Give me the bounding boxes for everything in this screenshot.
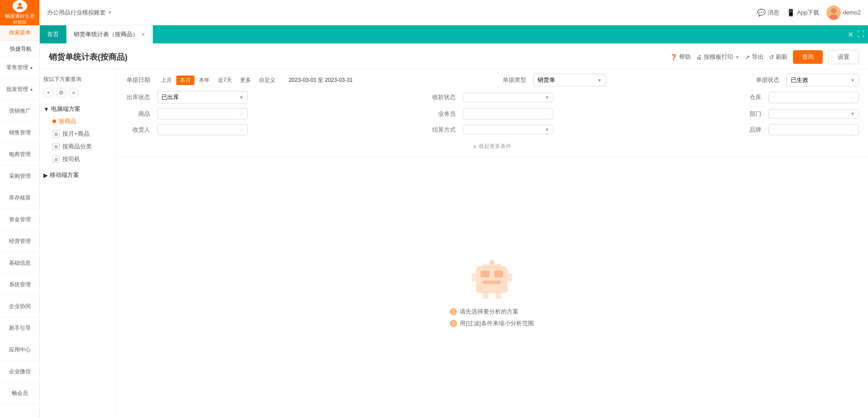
brand-input[interactable]: ··· bbox=[769, 124, 859, 135]
query-btn[interactable]: 查询 bbox=[793, 50, 823, 64]
empty-tips: 1 请先选择要分析的方案 2 用[过滤]条件来缩小分析范围 bbox=[450, 308, 533, 328]
help-label: 帮助 bbox=[679, 53, 691, 61]
enterprise-label: 企业协同 bbox=[9, 303, 31, 310]
help-icon: ❓ bbox=[670, 54, 677, 61]
date-pill-this-month[interactable]: 本月 bbox=[176, 76, 194, 85]
scheme-item-by-month-product[interactable]: ▦ 按月+商品 bbox=[43, 128, 112, 140]
wechat-label: 企业微信 bbox=[9, 368, 31, 375]
scheme-item-by-category[interactable]: ▦ 按商品分类 bbox=[43, 140, 112, 153]
svg-rect-4 bbox=[481, 271, 490, 277]
wholesale-label: 批发管理 bbox=[6, 86, 28, 93]
warehouse-label: 仓库 bbox=[736, 93, 761, 101]
stock-status-label: 出库状态 bbox=[125, 93, 150, 101]
sidebar-item-enterprise[interactable]: 企业协同 bbox=[0, 296, 39, 318]
sidebar: 畅捷通好生意 标账版 搜索菜单 快捷导航 零售管理 ▲ 批发管理 ▲ 营销推广 … bbox=[0, 0, 40, 418]
settings-btn[interactable]: 设置 bbox=[828, 50, 859, 64]
page-header: 销货单统计表(按商品) ❓ 帮助 🖨 按模板打印 ▼ ↗ 导出 bbox=[40, 43, 868, 69]
salesperson-input[interactable]: ··· bbox=[463, 108, 553, 119]
date-pills: 上月 本月 本年 近7天 更多 自定义 bbox=[157, 76, 279, 85]
date-pill-more[interactable]: 更多 bbox=[236, 76, 255, 85]
scheme-item-by-category-label: 按商品分类 bbox=[62, 142, 92, 151]
doc-type-select[interactable]: 销货单 ▼ bbox=[533, 74, 606, 86]
search-menu[interactable]: 搜索菜单 bbox=[0, 25, 39, 41]
desktop-section-label: 电脑端方案 bbox=[51, 105, 80, 113]
scheme-add-btn[interactable]: + bbox=[43, 88, 53, 98]
export-btn[interactable]: ↗ 导出 bbox=[745, 53, 764, 61]
add-icon: + bbox=[47, 90, 50, 96]
svg-rect-3 bbox=[476, 266, 508, 293]
sidebar-item-ecommerce[interactable]: 电商管理 bbox=[0, 144, 39, 166]
scheme-mobile-title[interactable]: ▶ 移动端方案 bbox=[43, 169, 112, 181]
industry-selector[interactable]: 办公用品行业模拟账套 ▼ bbox=[47, 9, 112, 17]
refresh-btn[interactable]: ↺ 刷新 bbox=[769, 53, 788, 61]
sidebar-item-member[interactable]: 畅会员 bbox=[0, 383, 39, 404]
receiver-dots-icon: ··· bbox=[239, 126, 244, 133]
system-label: 系统管理 bbox=[9, 281, 31, 289]
filter-row-4: 收货人 ··· 结算方式 ▼ bbox=[125, 124, 859, 135]
product-input[interactable]: ··· bbox=[157, 108, 248, 119]
sidebar-item-purchase[interactable]: 采购管理 bbox=[0, 166, 39, 187]
tab-close-icon[interactable]: ✕ bbox=[141, 32, 145, 38]
refresh-label: 刷新 bbox=[776, 53, 788, 61]
app-logo[interactable]: 畅捷通好生意 标账版 bbox=[0, 0, 39, 25]
sidebar-item-retail[interactable]: 零售管理 ▲ bbox=[0, 57, 39, 79]
sidebar-item-marketing[interactable]: 营销推广 bbox=[0, 100, 39, 122]
tip-1-num: 1 bbox=[450, 308, 457, 315]
sidebar-item-basic[interactable]: 基础信息 bbox=[0, 252, 39, 274]
grid-icon: ▦ bbox=[52, 130, 60, 138]
message-btn[interactable]: 💬 消息 bbox=[757, 9, 779, 17]
date-pill-custom[interactable]: 自定义 bbox=[255, 76, 279, 85]
sidebar-item-operation[interactable]: 经营管理 bbox=[0, 231, 39, 252]
receiver-input[interactable]: ··· bbox=[157, 124, 248, 135]
wholesale-arrow: ▲ bbox=[30, 87, 33, 91]
tab-expand-btn[interactable]: ⛶ bbox=[857, 30, 864, 38]
scheme-item-by-product-label: 按商品 bbox=[59, 117, 76, 125]
sidebar-item-sales[interactable]: 销售管理 bbox=[0, 122, 39, 144]
sidebar-item-system[interactable]: 系统管理 bbox=[0, 274, 39, 296]
scheme-mobile-section: ▶ 移动端方案 bbox=[40, 167, 115, 183]
date-pill-last-7days[interactable]: 近7天 bbox=[214, 76, 236, 85]
warehouse-input[interactable]: ··· bbox=[769, 92, 859, 103]
main-area: 办公用品行业模拟账套 ▼ 💬 消息 📱 App下载 demo2 首页 bbox=[40, 0, 868, 418]
payment-status-select[interactable]: ▼ bbox=[463, 93, 553, 102]
help-btn[interactable]: ❓ 帮助 bbox=[670, 53, 691, 61]
username: demo2 bbox=[843, 9, 861, 16]
doc-status-select[interactable]: 已生效 ▼ bbox=[787, 74, 859, 86]
scheme-toolbar: + ⚙ « bbox=[40, 86, 115, 101]
refresh-icon: ↺ bbox=[769, 54, 774, 61]
payment-method-select[interactable]: ▼ bbox=[463, 125, 553, 134]
scheme-item-by-product[interactable]: 按商品 bbox=[43, 115, 112, 128]
dept-label: 部门 bbox=[736, 110, 761, 118]
quick-nav[interactable]: 快捷导航 bbox=[0, 41, 39, 57]
tab-home[interactable]: 首页 bbox=[40, 25, 66, 43]
scheme-item-by-driver[interactable]: ▦ 按司机 bbox=[43, 153, 112, 166]
sidebar-item-inventory[interactable]: 库存核算 bbox=[0, 187, 39, 209]
sidebar-item-wechat[interactable]: 企业微信 bbox=[0, 361, 39, 383]
member-label: 畅会员 bbox=[12, 390, 28, 397]
tip-2: 2 用[过滤]条件来缩小分析范围 bbox=[450, 319, 533, 328]
dept-select[interactable]: ▼ bbox=[769, 109, 859, 119]
date-pill-last-month[interactable]: 上月 bbox=[157, 76, 175, 85]
print-btn[interactable]: 🖨 按模板打印 ▼ bbox=[696, 53, 740, 61]
tab-sales-stat[interactable]: 销货单统计表（按商品） ✕ bbox=[66, 25, 153, 43]
main-content: 单据日期 上月 本月 本年 近7天 更多 自定义 2023-03-01 至 20… bbox=[116, 69, 868, 418]
scheme-desktop-title[interactable]: ▼ 电脑端方案 bbox=[43, 103, 112, 115]
sidebar-item-wholesale[interactable]: 批发管理 ▲ bbox=[0, 79, 39, 100]
export-label: 导出 bbox=[752, 53, 764, 61]
collapse-bar[interactable]: ∧ 收起更多条件 bbox=[125, 140, 859, 152]
stock-status-select[interactable]: 已出库 ▼ bbox=[157, 91, 248, 104]
app-download-btn[interactable]: 📱 App下载 bbox=[787, 9, 819, 17]
sidebar-item-newbie[interactable]: 新手引导 bbox=[0, 318, 39, 339]
doc-type-label: 单据类型 bbox=[501, 76, 526, 84]
user-avatar-btn[interactable]: demo2 bbox=[826, 5, 861, 20]
scheme-panel-title: 按以下方案查询 bbox=[40, 73, 115, 86]
sidebar-item-finance[interactable]: 资金管理 bbox=[0, 209, 39, 231]
scheme-settings-btn[interactable]: ⚙ bbox=[56, 88, 66, 98]
date-pill-this-year[interactable]: 本年 bbox=[195, 76, 213, 85]
scheme-collapse-btn[interactable]: « bbox=[69, 88, 79, 98]
tab-close-btn[interactable]: ✕ bbox=[848, 30, 854, 39]
tip-2-num: 2 bbox=[450, 320, 457, 327]
app-label: 标账版 bbox=[13, 19, 27, 25]
sidebar-item-appstore[interactable]: 应用中心 bbox=[0, 339, 39, 361]
stock-status-dropdown-icon: ▼ bbox=[239, 95, 244, 100]
